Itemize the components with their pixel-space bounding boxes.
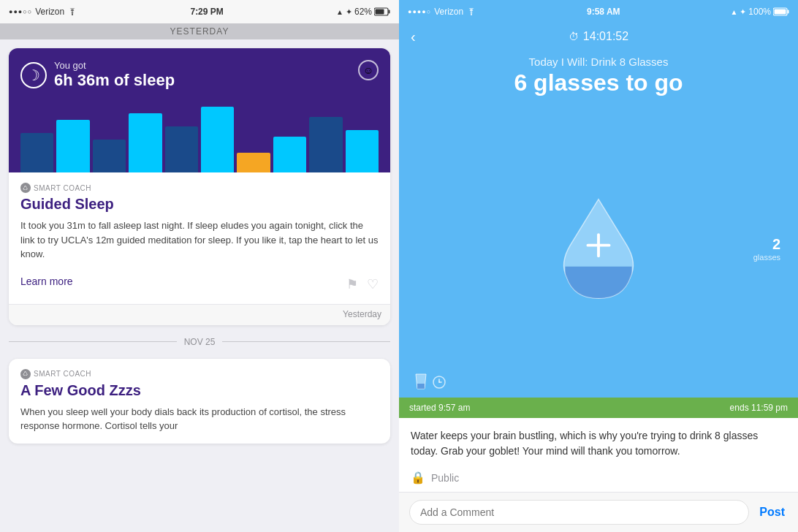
nav-bar-right: ‹ ⏱ 14:01:52 (399, 23, 798, 50)
signal-dots-left: ●●●○○ (9, 8, 32, 15)
sleep-bar (129, 113, 162, 172)
timer-display: 14:01:52 (583, 30, 628, 43)
svg-rect-6 (788, 10, 789, 14)
comment-bar: Post (399, 493, 798, 532)
water-title: 6 glasses to go (411, 69, 786, 96)
back-button[interactable]: ‹ (411, 28, 416, 45)
battery-right: 100% (748, 7, 771, 17)
guided-sleep-card: ♺ SMART COACH Guided Sleep It took you 3… (9, 172, 390, 304)
bluetooth-icon-left: ✦ (346, 7, 352, 17)
status-bar-left: ●●●○○ Verizon 7:29 PM ▲ ✦ 62% (0, 0, 399, 23)
sleep-chart (9, 107, 390, 172)
sleep-banner: ☽ You got 6h 36m of sleep ☺ (9, 48, 390, 172)
sleep-bar (273, 137, 306, 173)
sleep-bar (346, 130, 379, 173)
svg-rect-11 (417, 384, 425, 389)
sleep-hours: 6h 36m of sleep (54, 71, 175, 90)
wifi-icon-right (466, 8, 476, 15)
learn-more-link[interactable]: Learn more (20, 276, 73, 287)
comment-input[interactable] (409, 500, 749, 525)
smiley-icon: ☺ (358, 60, 379, 80)
coach-icon-2: ♺ (20, 369, 31, 379)
glass-icon (414, 373, 428, 392)
status-bar-right: ●●●●○ Verizon 9:58 AM ▲ ✦ 100% (399, 0, 798, 23)
few-good-zzzs-body: When you sleep well your body dials back… (20, 405, 379, 433)
public-label: Public (431, 472, 459, 484)
water-drop-area[interactable]: 2 glasses (399, 99, 798, 398)
phone-left: ●●●○○ Verizon 7:29 PM ▲ ✦ 62% YESTERDAY … (0, 0, 399, 532)
time-bar: started 9:57 am ends 11:59 pm (399, 398, 798, 418)
carrier-left: Verizon (35, 7, 64, 17)
bottom-panel: Water keeps your brain bustling, which i… (399, 418, 798, 532)
timer-icon: ⏱ (569, 31, 579, 42)
day-header-yesterday: YESTERDAY (0, 23, 399, 39)
smart-coach-label: ♺ SMART COACH (20, 183, 379, 193)
few-good-zzzs-title: A Few Good Zzzs (20, 382, 379, 399)
heart-icon[interactable]: ♡ (367, 276, 379, 292)
water-drop[interactable] (551, 192, 646, 305)
scroll-area-left[interactable]: ☽ You got 6h 36m of sleep ☺ (0, 39, 399, 532)
svg-rect-2 (388, 10, 390, 14)
phone-right: ●●●●○ Verizon 9:58 AM ▲ ✦ 100% ‹ ⏱ 14:01… (399, 0, 798, 532)
end-time: ends 11:59 pm (730, 403, 788, 413)
visibility-row: 🔒 Public (399, 466, 798, 493)
time-left: 7:29 PM (190, 7, 223, 17)
glasses-count-label: 2 glasses (753, 236, 780, 262)
svg-rect-7 (775, 10, 786, 15)
sleep-bar (93, 140, 126, 172)
guided-sleep-body: It took you 31m to fall asleep last nigh… (20, 218, 379, 262)
sleep-bar (201, 107, 234, 172)
smart-coach-label-2: ♺ SMART COACH (20, 369, 379, 379)
svg-rect-8 (565, 266, 631, 301)
moon-icon: ☽ (20, 62, 47, 88)
signal-dots-right: ●●●●○ (408, 8, 431, 15)
sleep-bar (165, 126, 198, 172)
battery-icon-right (773, 7, 789, 16)
time-right: 9:58 AM (587, 7, 620, 17)
water-header: Today I Will: Drink 8 Glasses 6 glasses … (399, 50, 798, 99)
location-icon-right: ▲ (730, 8, 737, 16)
flag-icon[interactable]: ⚑ (346, 276, 358, 292)
nav-timer: ⏱ 14:01:52 (569, 30, 628, 43)
card-actions: ⚑ ♡ (346, 276, 379, 292)
sleep-bar (237, 153, 270, 172)
svg-point-4 (471, 14, 472, 15)
section-divider-nov25: NOV 25 (9, 334, 390, 350)
wifi-icon-left (67, 8, 77, 15)
carrier-right: Verizon (434, 7, 463, 17)
you-got-label: You got (54, 60, 175, 71)
clock-indicator-icon (433, 376, 446, 389)
few-good-zzzs-card: ♺ SMART COACH A Few Good Zzzs When you s… (9, 359, 390, 444)
card-timestamp: Yesterday (9, 304, 390, 325)
sleep-bar (56, 120, 89, 172)
water-subtitle: Today I Will: Drink 8 Glasses (411, 56, 786, 68)
svg-rect-3 (375, 10, 384, 15)
lock-icon: 🔒 (411, 471, 425, 484)
water-description: Water keeps your brain bustling, which i… (399, 418, 798, 466)
sleep-bar (309, 117, 342, 173)
post-button[interactable]: Post (756, 503, 788, 522)
start-time: started 9:57 am (409, 403, 470, 413)
nov-card-content: ♺ SMART COACH A Few Good Zzzs When you s… (9, 359, 390, 444)
battery-left: 62% (354, 7, 372, 17)
svg-point-0 (72, 14, 73, 15)
sleep-bar (20, 133, 53, 172)
guided-sleep-title: Guided Sleep (20, 196, 379, 213)
coach-icon: ♺ (20, 183, 31, 193)
battery-icon-left (374, 7, 390, 16)
location-icon-left: ▲ (336, 8, 343, 16)
bluetooth-icon-right: ✦ (740, 7, 746, 17)
sleep-card: ☽ You got 6h 36m of sleep ☺ (9, 48, 390, 325)
